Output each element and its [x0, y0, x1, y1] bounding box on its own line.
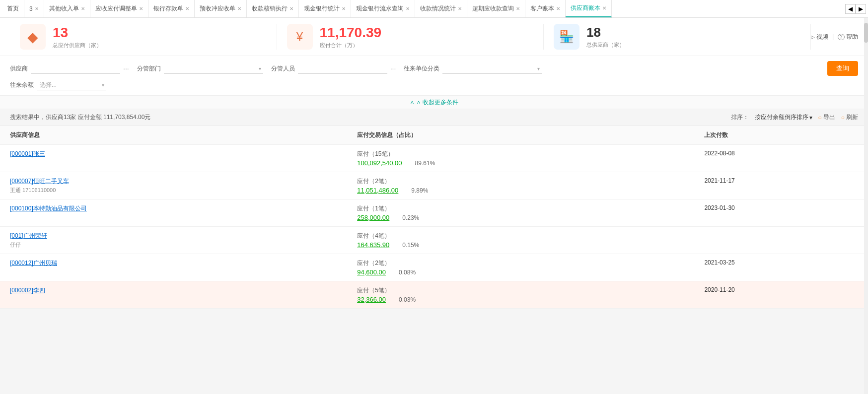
balance-label: 往来余额	[10, 81, 34, 89]
nav-tab-ap-adjustment[interactable]: 应收应付调整单 ✕	[90, 0, 148, 17]
supplier-link[interactable]: [000002]李四	[10, 287, 45, 294]
stat-icon-store: 🏪	[554, 24, 579, 50]
tx-label: 应付（2笔）	[357, 259, 684, 267]
tx-amount[interactable]: 94,600.00	[357, 268, 386, 276]
close-tab-cash-flow-query[interactable]: ✕	[406, 6, 410, 11]
supplier-sub-info: 仔仔	[10, 241, 337, 249]
stat-label-payable-amount: 应付合计（万）	[320, 42, 382, 49]
tx-amount-row: 32,366.000.03%	[357, 296, 684, 303]
stat-total-suppliers: 🏪 18 总供应商（家）	[544, 24, 811, 50]
nav-tab-other-income[interactable]: 其他收入单 ✕	[44, 0, 90, 17]
close-tab-advance-receipt[interactable]: ✕	[237, 6, 241, 11]
person-more-icon[interactable]: ···	[390, 65, 396, 72]
dept-label: 分管部门	[137, 65, 161, 73]
collapse-bar[interactable]: ∧ ∧ 收起更多条件	[0, 96, 868, 109]
category-label: 往来单位分类	[404, 65, 439, 73]
last-payment-cell: 2021-03-25	[694, 254, 868, 281]
close-tab-receipt-review[interactable]: ✕	[289, 6, 293, 11]
supplier-more-icon[interactable]: ···	[123, 65, 129, 72]
close-tab-bank-deposit[interactable]: ✕	[185, 6, 189, 11]
last-payment-cell: 2021-11-17	[694, 172, 868, 199]
close-tab-supplier-account[interactable]: ✕	[602, 5, 606, 11]
tx-percentage: 0.03%	[399, 296, 416, 303]
tx-percentage: 9.89%	[411, 187, 428, 194]
nav-tab-3[interactable]: 3 ✕	[24, 0, 44, 17]
supplier-link[interactable]: [000001]张三	[10, 150, 45, 157]
scrollbar-track[interactable]	[864, 18, 868, 309]
close-tab-ap-adjustment[interactable]: ✕	[139, 6, 143, 11]
dept-select[interactable]	[164, 64, 263, 74]
dept-select-wrapper: ▾	[164, 64, 263, 74]
stat-number-payable-suppliers: 13	[53, 25, 102, 41]
person-label: 分管人员	[271, 65, 295, 73]
close-tab-overdue-query[interactable]: ✕	[516, 6, 520, 11]
stat-label-total-suppliers: 总供应商（家）	[586, 41, 625, 49]
col-header-supplier-info: 供应商信息	[0, 126, 347, 145]
table-body: [000001]张三应付（15笔）100,092,540.0089.61%202…	[0, 145, 868, 309]
tx-amount[interactable]: 164,635.90	[357, 241, 389, 249]
nav-tab-cash-flow-query[interactable]: 现金银行流水查询 ✕	[351, 0, 415, 17]
link-separator: |	[832, 33, 834, 40]
table-row: [000001]张三应付（15笔）100,092,540.0089.61%202…	[0, 145, 868, 172]
nav-tab-overdue-query[interactable]: 超期应收款查询 ✕	[467, 0, 525, 17]
stat-icon-diamond: ◆	[20, 24, 46, 50]
sort-button[interactable]: 按应付余额倒序排序 ▾	[755, 113, 812, 122]
supplier-link[interactable]: [001]广州荣轩	[10, 232, 47, 239]
tx-label: 应付（1笔）	[357, 204, 684, 213]
nav-tab-bank-deposit[interactable]: 银行存款单 ✕	[148, 0, 195, 17]
nav-tab-receipt-review[interactable]: 收款核销执行 ✕	[247, 0, 299, 17]
result-bar: 搜索结果中，供应商13家 应付金额 111,703,854.00元 排序： 按应…	[0, 109, 868, 126]
supplier-link[interactable]: [000007]恒旺二手叉车	[10, 178, 69, 185]
tx-amount-row: 11,051,486.009.89%	[357, 187, 684, 194]
refresh-button[interactable]: ○ 刷新	[841, 113, 858, 122]
nav-tab-supplier-account[interactable]: 供应商账本 ✕	[566, 0, 612, 17]
ap-tx-cell: 应付（1笔）258,000.000.23%	[347, 199, 694, 227]
filter-category: 往来单位分类 ▾	[404, 64, 542, 74]
supplier-link[interactable]: [000100]本特勤油品有限公司	[10, 205, 87, 212]
supplier-input[interactable]	[31, 64, 120, 74]
table-header: 供应商信息 应付交易信息（占比） 上次付数	[0, 126, 868, 145]
nav-tab-cash-bank-stat[interactable]: 现金银行统计 ✕	[299, 0, 351, 17]
close-tab-3[interactable]: ✕	[35, 6, 39, 11]
stat-info-payable-suppliers: 13 总应付供应商（家）	[53, 25, 102, 49]
nav-arrow-right[interactable]: ▶	[856, 4, 866, 14]
tx-amount[interactable]: 100,092,540.00	[357, 159, 402, 167]
balance-select[interactable]: 选择...	[37, 80, 106, 90]
close-tab-other-income[interactable]: ✕	[81, 6, 85, 11]
collapse-icon: ∧	[410, 99, 415, 106]
close-tab-receipt-stat[interactable]: ✕	[458, 6, 462, 11]
supplier-link[interactable]: [000012]广州贝瑞	[10, 260, 57, 266]
close-tab-cash-bank-stat[interactable]: ✕	[342, 6, 346, 11]
close-tab-customer-account[interactable]: ✕	[556, 6, 560, 11]
nav-tab-customer-account[interactable]: 客户账本 ✕	[525, 0, 566, 17]
stat-total-payable-amount: ¥ 11,170.39 应付合计（万）	[277, 24, 544, 50]
last-payment-cell: 2020-11-20	[694, 281, 868, 309]
export-button[interactable]: ○ 导出	[818, 113, 835, 122]
stat-total-payable-suppliers: ◆ 13 总应付供应商（家）	[10, 24, 277, 50]
video-link[interactable]: ▷ 视频	[811, 33, 828, 41]
help-link[interactable]: ? 帮助	[838, 33, 858, 41]
supplier-info-cell: [000001]张三	[0, 145, 347, 172]
col-header-ap-tx-info: 应付交易信息（占比）	[347, 126, 694, 145]
stat-icon-money: ¥	[287, 24, 313, 50]
filter-bar: 供应商 ··· 分管部门 ▾ 分管人员 ··· 往来单位分类	[0, 56, 868, 96]
tx-amount-row: 100,092,540.0089.61%	[357, 159, 684, 167]
col-header-last-payment: 上次付数	[694, 126, 868, 145]
category-select[interactable]	[442, 64, 542, 74]
stat-label-payable-suppliers: 总应付供应商（家）	[53, 42, 102, 49]
last-payment-cell	[694, 227, 868, 254]
tx-percentage: 0.23%	[402, 214, 419, 221]
tx-amount[interactable]: 11,051,486.00	[357, 187, 398, 194]
ap-tx-cell: 应付（2笔）94,600.000.08%	[347, 254, 694, 281]
nav-tab-receipt-stat[interactable]: 收款情况统计 ✕	[415, 0, 467, 17]
person-input[interactable]	[298, 64, 387, 74]
tx-amount[interactable]: 258,000.00	[357, 214, 389, 221]
scrollbar-thumb[interactable]	[864, 23, 868, 43]
nav-tab-home[interactable]: 首页	[2, 0, 24, 17]
search-button[interactable]: 查询	[827, 61, 858, 76]
filter-row-2: 往来余额 选择... ▾	[10, 80, 858, 90]
nav-tab-advance-receipt[interactable]: 预收冲应收单 ✕	[195, 0, 247, 17]
tx-label: 应付（2笔）	[357, 177, 684, 186]
nav-arrow-left[interactable]: ◀	[845, 4, 856, 14]
tx-amount[interactable]: 32,366.00	[357, 296, 386, 303]
